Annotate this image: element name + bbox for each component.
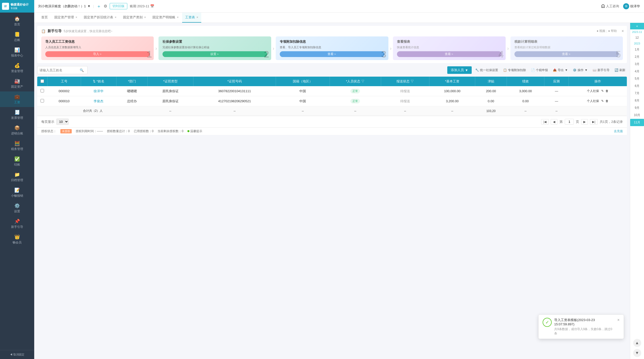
select-all-checkbox[interactable] [41, 79, 44, 83]
sidebar-label-reports: 报表中心 [11, 54, 23, 58]
search-input[interactable] [39, 68, 80, 72]
row-2-actions: 个人社保 ✎ 🗑 [569, 96, 627, 106]
tab-home[interactable]: 首页 [38, 13, 51, 23]
row-1-checkbox[interactable] [41, 89, 44, 92]
row-2-edit-icon[interactable]: ✎ [601, 99, 604, 103]
user-menu[interactable]: 徐 徐泽华 [623, 3, 640, 9]
sidebar-item-invoice[interactable]: 🧾 发票管理 [0, 107, 34, 123]
sidebar-item-archive[interactable]: 📁 归档管理 [0, 169, 34, 185]
panel-toggle[interactable]: « [630, 23, 644, 29]
col-measure: 应测 [544, 77, 569, 86]
first-page-btn[interactable]: |◀ [541, 119, 549, 125]
row-2-delete-icon[interactable]: 🗑 [606, 99, 609, 103]
toast-title: 导入工资表模板(2023-03-23 15:07:59.897) [554, 318, 615, 326]
row-1-name-link[interactable]: 徐泽华 [94, 89, 103, 93]
prev-page-btn[interactable]: ◀ [551, 119, 557, 125]
operations-btn[interactable]: ⚙️ 操作 ▼ [571, 67, 589, 73]
month-3[interactable]: 3月 [630, 61, 644, 68]
month-8[interactable]: 8月 [630, 97, 644, 104]
month-9[interactable]: 9月 [630, 104, 644, 112]
guide-step-4-btn[interactable]: 查看＞ [397, 51, 501, 57]
status-filter-icon[interactable]: ▽ [361, 79, 365, 83]
tax-icon-btn: 📄 [531, 68, 535, 72]
tab-asset-detail[interactable]: 固定资产明细账 × [149, 13, 182, 23]
report-filter-icon[interactable]: ▽ [411, 79, 414, 83]
sidebar-item-tax[interactable]: 🧮 税务管理 [0, 138, 34, 154]
sidebar-item-member[interactable]: 👑 畅会员 [0, 232, 34, 247]
month-4[interactable]: 4月 [630, 68, 644, 75]
new-guide-btn[interactable]: 📖 新手引导 [591, 67, 611, 73]
sidebar-item-payroll[interactable]: 💼 工资 [0, 91, 34, 107]
guide-arrow-2: › [271, 36, 276, 60]
account-selector[interactable]: 刘小艳演示账套（勿删勿动！）1 ▼ [38, 4, 91, 9]
settings-icon-topbar[interactable]: ⚙ [104, 4, 107, 9]
row-2-country: 中国 [276, 96, 330, 106]
search-icon[interactable]: 🔍 [80, 68, 84, 72]
tab-asset-category[interactable]: 固定资产类别 × [120, 13, 149, 23]
page-input[interactable] [565, 119, 574, 125]
add-employee-button[interactable]: 添加人员 ▼ [447, 66, 472, 74]
tab-close-fixed-assets[interactable]: × [75, 16, 77, 19]
month-7[interactable]: 7月 [630, 90, 644, 97]
sidebar-item-reports[interactable]: 📊 报表中心 [0, 45, 34, 60]
guide-close-button[interactable]: × [622, 29, 624, 33]
month-6[interactable]: 6月 [630, 82, 644, 90]
col-basic-salary: *基本工资 [429, 77, 475, 86]
help-link[interactable]: ● 帮助 [608, 29, 617, 33]
charge-link[interactable]: 去充值 [614, 129, 623, 133]
tab-close-asset-category[interactable]: × [144, 16, 146, 19]
guide-step-1-btn[interactable]: 导入＞ [45, 51, 150, 57]
panel-up-btn[interactable]: ▲ [633, 339, 641, 347]
sidebar-item-home[interactable]: 🏠 首页 [0, 14, 34, 29]
tax-declare-btn[interactable]: 📄 个税申报 [530, 67, 549, 73]
month-12[interactable]: 12 [630, 34, 644, 41]
sidebar-item-guide[interactable]: 📌 新手引导 [0, 216, 34, 232]
month-5[interactable]: 5月 [630, 75, 644, 82]
row-2-checkbox[interactable] [41, 99, 44, 102]
sidebar-item-stock[interactable]: 📦 进销台账 [0, 123, 34, 138]
row-2-name-link[interactable]: 李俊杰 [94, 99, 103, 103]
last-page-btn[interactable]: ▶| [590, 119, 597, 125]
sidebar-item-expense[interactable]: 📝 小畅报销 [0, 185, 34, 200]
service-button[interactable]: 🎧 人工咨询 [601, 4, 619, 9]
toast-close-btn[interactable]: × [617, 318, 620, 322]
calendar-months: 12 2023 1月 2月 3月 4月 5月 6月 7月 8月 9月 10月 1… [630, 34, 644, 126]
social-security-btn[interactable]: 🔧 统一社保设置 [474, 67, 500, 73]
guide-step-2-btn[interactable]: 设置＞ [163, 51, 267, 57]
sidebar-item-finance[interactable]: 💰 资金管理 [0, 60, 34, 76]
row-2-status: 正常 [330, 96, 381, 106]
tab-close-depreciation-stats[interactable]: × [115, 16, 116, 19]
panel-down-btn[interactable]: ▼ [633, 349, 641, 357]
month-2[interactable]: 2月 [630, 53, 644, 61]
sidebar-item-ledger[interactable]: 📒 总账 [0, 29, 34, 45]
period-selector[interactable]: 账期 2023-11 📅 [130, 4, 154, 9]
sidebar-label-stock: 进销台账 [11, 131, 23, 136]
guide-step-3-btn[interactable]: 查看＞ [280, 51, 384, 57]
tab-fixed-assets[interactable]: 固定资产管理 × [51, 13, 80, 23]
tab-payroll[interactable]: 工资表 × [182, 13, 201, 23]
sidebar-item-close[interactable]: ✅ 结账 [0, 154, 34, 169]
sidebar-item-assets[interactable]: 🏭 固定资产 [0, 76, 34, 91]
guide-step-5-btn[interactable]: 查看＞ [514, 51, 619, 57]
month-10[interactable]: 10月 [630, 112, 644, 119]
refresh-btn[interactable]: 🔄 刷新 [613, 67, 627, 73]
switch-version-button[interactable]: 切到旧版 [110, 3, 127, 9]
tab-depreciation-stats[interactable]: 固定资产折旧统计表 × [81, 13, 119, 23]
sidebar-item-settings[interactable]: ⚙️ 设置 [0, 200, 34, 216]
video-link[interactable]: ● 视频 [597, 29, 606, 33]
month-11[interactable]: 11月 [630, 119, 644, 126]
next-page-btn[interactable]: ▶ [581, 119, 588, 125]
close-accounts-icon: ✅ [14, 156, 20, 162]
sidebar-pin-toggle[interactable]: ◀ 取消固定 [0, 350, 34, 359]
export-btn[interactable]: 📤 导出 ▼ [551, 67, 569, 73]
special-deduction-btn[interactable]: 📋 专项附加扣除 [502, 67, 528, 73]
invoice-icon: 🧾 [14, 110, 20, 115]
per-page-select[interactable]: 10 [56, 119, 69, 125]
row-1-edit-icon[interactable]: ✎ [601, 89, 604, 93]
tab-close-asset-detail[interactable]: × [177, 16, 179, 19]
row-1-delete-icon[interactable]: 🗑 [606, 89, 609, 93]
row-2-id-no: 412702198206290521 [193, 96, 276, 106]
add-account-icon[interactable]: ＋ [97, 3, 101, 9]
month-1[interactable]: 1月 [630, 46, 644, 53]
tab-close-payroll[interactable]: × [196, 16, 198, 19]
